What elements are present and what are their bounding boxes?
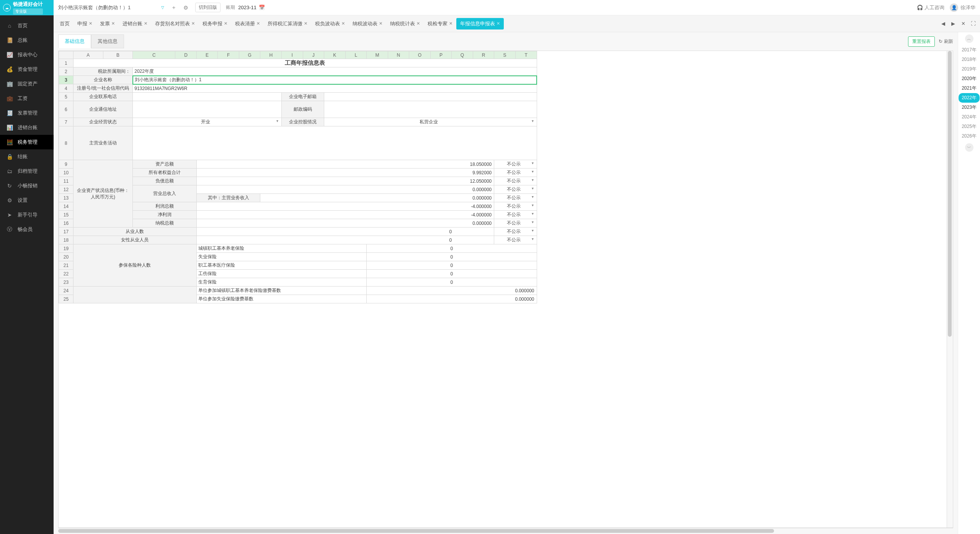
- row-10[interactable]: 10: [59, 169, 74, 177]
- tab-other-info[interactable]: 其他信息: [91, 34, 124, 48]
- total-assets-value[interactable]: 18.050000: [196, 160, 494, 169]
- col-header-A[interactable]: A: [73, 51, 103, 59]
- tab-5[interactable]: 税务申报✕: [199, 18, 231, 29]
- close-icon[interactable]: ✕: [111, 21, 115, 26]
- reset-report-button[interactable]: 重置报表: [908, 36, 935, 47]
- tab-4[interactable]: 存货别名对照表✕: [151, 18, 199, 29]
- row-7[interactable]: 7: [59, 118, 74, 126]
- revenue-value[interactable]: 0.000000: [196, 185, 494, 194]
- tab-12[interactable]: 年报信息申报表✕: [456, 18, 504, 29]
- holding-select[interactable]: 私营企业: [324, 118, 537, 126]
- year-up-icon[interactable]: ︿: [965, 34, 973, 43]
- company-name-cell[interactable]: 刘小艳演示账套（勿删勿动！）1: [133, 76, 537, 84]
- row-21[interactable]: 21: [59, 261, 74, 270]
- row-18[interactable]: 18: [59, 236, 74, 244]
- address-cell[interactable]: [133, 101, 282, 118]
- col-header-T[interactable]: T: [515, 51, 537, 59]
- row-13[interactable]: 13: [59, 194, 74, 202]
- base-unemp-value[interactable]: 0.000000: [367, 295, 537, 303]
- close-icon[interactable]: ✕: [416, 21, 420, 26]
- close-icon[interactable]: ✕: [497, 21, 500, 26]
- col-header-C[interactable]: C: [133, 51, 175, 59]
- nav-item-8[interactable]: 🧮税务管理: [0, 135, 54, 149]
- nav-item-2[interactable]: 📈报表中心: [0, 48, 54, 62]
- email-cell[interactable]: [324, 93, 537, 101]
- col-header-M[interactable]: M: [367, 51, 388, 59]
- row-9[interactable]: 9: [59, 160, 74, 169]
- col-header-D[interactable]: D: [175, 51, 197, 59]
- status-select[interactable]: 开业: [133, 118, 282, 126]
- year-2026年[interactable]: 2026年: [959, 131, 980, 141]
- close-icon[interactable]: ✕: [191, 21, 195, 26]
- tab-8[interactable]: 税负波动表✕: [311, 18, 349, 29]
- row-6[interactable]: 6: [59, 101, 74, 118]
- tab-3[interactable]: 进销台账✕: [119, 18, 151, 29]
- year-2018年[interactable]: 2018年: [959, 55, 980, 64]
- close-icon[interactable]: ✕: [224, 21, 227, 26]
- pub-select-17[interactable]: 不公示: [494, 228, 537, 236]
- col-header-H[interactable]: H: [260, 51, 282, 59]
- base-pension-value[interactable]: 0.000000: [367, 287, 537, 295]
- reg-code-cell[interactable]: 91320811MA7NGR2W6R: [133, 84, 537, 93]
- year-2024年[interactable]: 2024年: [959, 112, 980, 122]
- ins-pension-value[interactable]: 0: [367, 244, 537, 253]
- vertical-scrollbar[interactable]: [947, 51, 953, 527]
- row-11[interactable]: 11: [59, 177, 74, 185]
- tab-2[interactable]: 发票✕: [96, 18, 119, 29]
- year-2020年[interactable]: 2020年: [959, 74, 980, 84]
- col-header-P[interactable]: P: [430, 51, 452, 59]
- tab-6[interactable]: 税表清册✕: [231, 18, 264, 29]
- year-2019年[interactable]: 2019年: [959, 64, 980, 74]
- nav-item-0[interactable]: ⌂首页: [0, 18, 54, 33]
- col-header-R[interactable]: R: [473, 51, 494, 59]
- switch-old-button[interactable]: 切到旧版: [195, 3, 220, 12]
- close-icon[interactable]: ✕: [449, 21, 452, 26]
- year-2025年[interactable]: 2025年: [959, 122, 980, 131]
- nav-item-12[interactable]: ⚙设置: [0, 193, 54, 208]
- fullscreen-icon[interactable]: ⛶: [969, 19, 978, 28]
- account-selector[interactable]: 刘小艳演示账套（勿删勿动！）1 ▽: [58, 4, 164, 11]
- phone-cell[interactable]: [133, 93, 282, 101]
- row-4[interactable]: 4: [59, 84, 74, 93]
- refresh-button[interactable]: ↻ 刷新: [939, 38, 953, 45]
- year-2021年[interactable]: 2021年: [959, 84, 980, 93]
- col-header-F[interactable]: F: [218, 51, 239, 59]
- tab-9[interactable]: 纳税波动表✕: [349, 18, 386, 29]
- col-header-O[interactable]: O: [409, 51, 431, 59]
- row-1[interactable]: 1: [59, 59, 74, 67]
- tab-basic-info[interactable]: 基础信息: [58, 34, 91, 48]
- employees-value[interactable]: 0: [196, 228, 494, 236]
- close-icon[interactable]: ✕: [89, 21, 92, 26]
- col-header-J[interactable]: J: [303, 51, 324, 59]
- nav-item-14[interactable]: Ⓥ畅会员: [0, 222, 54, 237]
- ins-maternity-value[interactable]: 0: [367, 278, 537, 287]
- tab-1[interactable]: 申报✕: [74, 18, 96, 29]
- profit-value[interactable]: -4.000000: [196, 202, 494, 211]
- nav-item-4[interactable]: 🏢固定资产: [0, 77, 54, 91]
- col-header-S[interactable]: S: [494, 51, 516, 59]
- gear-icon[interactable]: ⚙: [183, 5, 188, 11]
- nav-item-11[interactable]: ↻小畅报销: [0, 179, 54, 193]
- pub-select-14[interactable]: 不公示: [494, 202, 537, 211]
- sheet-scroll[interactable]: ABCDEFGHIJKLMNOPQRST 1工商年报信息表 2税款所属期间：20…: [59, 51, 947, 527]
- pub-select-12[interactable]: 不公示: [494, 185, 537, 194]
- user-menu[interactable]: 👤 徐泽华: [950, 3, 975, 12]
- year-2022年[interactable]: 2022年: [959, 93, 980, 103]
- zip-cell[interactable]: [324, 101, 537, 118]
- col-header-Q[interactable]: Q: [452, 51, 473, 59]
- col-header-B[interactable]: B: [103, 51, 133, 59]
- col-header-corner[interactable]: [59, 51, 74, 59]
- nav-item-9[interactable]: 🔒结账: [0, 149, 54, 164]
- pub-select-11[interactable]: 不公示: [494, 177, 537, 185]
- row-25[interactable]: 25: [59, 295, 74, 303]
- debt-value[interactable]: 12.050000: [196, 177, 494, 185]
- close-icon[interactable]: ✕: [341, 21, 345, 26]
- year-2023年[interactable]: 2023年: [959, 103, 980, 112]
- row-3[interactable]: 3: [59, 76, 74, 84]
- tax-total-value[interactable]: 0.000000: [196, 219, 494, 228]
- tab-11[interactable]: 税检专家✕: [424, 18, 456, 29]
- year-down-icon[interactable]: ﹀: [965, 143, 973, 152]
- period-value[interactable]: 2023-11: [238, 5, 256, 10]
- pub-select-13[interactable]: 不公示: [494, 194, 537, 202]
- col-header-L[interactable]: L: [345, 51, 367, 59]
